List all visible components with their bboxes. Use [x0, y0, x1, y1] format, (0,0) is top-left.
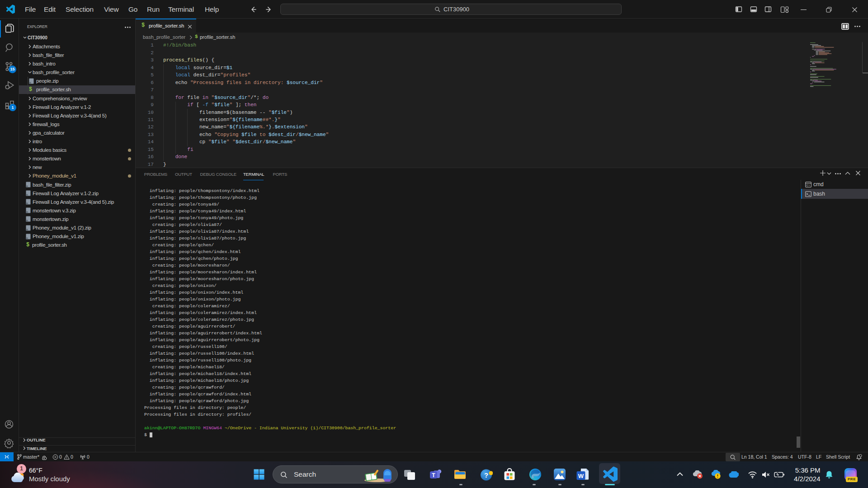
svg-text:C:\: C:\ [806, 184, 810, 187]
svg-text:T: T [432, 472, 435, 479]
svg-text:?: ? [484, 471, 488, 479]
svg-text:W: W [578, 473, 584, 479]
